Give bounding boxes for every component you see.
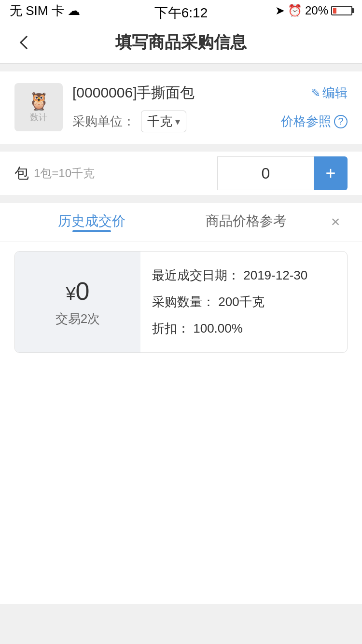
logo-text: 数计: [30, 112, 47, 123]
unit-row: 采购单位： 千克 ▾ 价格参照 ?: [72, 111, 348, 132]
dropdown-arrow-icon: ▾: [175, 116, 180, 127]
product-row: 🦉 数计 [0000006]手撕面包 ✎ 编辑 采购单位： 千克: [14, 83, 348, 132]
location-icon: ➤: [275, 4, 285, 17]
discount-row: 折扣： 100.00%: [152, 319, 335, 338]
trade-count: 交易2次: [56, 310, 100, 327]
product-thumbnail: 🦉 数计: [14, 83, 63, 131]
product-name: [0000006]手撕面包: [72, 83, 195, 103]
price-card-container: ¥0 交易2次 最近成交日期： 2019-12-30 采购数量： 200千克 折…: [0, 241, 362, 363]
page-title: 填写商品采购信息: [115, 31, 247, 54]
product-section: 🦉 数计 [0000006]手撕面包 ✎ 编辑 采购单位： 千克: [0, 71, 362, 144]
unit-select[interactable]: 千克 ▾: [141, 111, 186, 132]
battery-icon: [331, 6, 352, 15]
status-bar: 无 SIM 卡 ☁ 下午6:12 ➤ ⏰ 20%: [0, 0, 362, 21]
price-card: ¥0 交易2次 最近成交日期： 2019-12-30 采购数量： 200千克 折…: [14, 251, 348, 353]
close-icon: ×: [331, 213, 340, 231]
unit-label: 采购单位：: [72, 114, 135, 128]
close-panel-button[interactable]: ×: [323, 210, 348, 234]
alarm-icon: ⏰: [288, 4, 302, 17]
price-card-right: 最近成交日期： 2019-12-30 采购数量： 200千克 折扣： 100.0…: [140, 252, 347, 352]
edit-button[interactable]: ✎ 编辑: [311, 84, 348, 101]
back-arrow-icon: [20, 35, 33, 49]
product-info: [0000006]手撕面包 ✎ 编辑 采购单位： 千克 ▾ 价格参照 ?: [72, 83, 348, 132]
status-bar-time: 下午6:12: [154, 4, 208, 22]
quantity-section: 包 1包=10千克 0 +: [0, 152, 362, 195]
quantity-label-group: 包 1包=10千克: [14, 164, 95, 183]
price-panel: 历史成交价 商品价格参考 × ¥0 交易2次 最近成交日期： 2019-12-3…: [0, 203, 362, 363]
nav-header: 填写商品采购信息: [0, 21, 362, 64]
help-icon: ?: [334, 115, 348, 128]
purchase-qty-row: 采购数量： 200千克: [152, 293, 335, 311]
unit-label-group: 采购单位： 千克 ▾: [72, 111, 186, 132]
recent-date-row: 最近成交日期： 2019-12-30: [152, 266, 335, 285]
price-panel-tabs: 历史成交价 商品价格参考 ×: [0, 203, 362, 241]
plus-icon: +: [325, 163, 335, 183]
battery-percent: 20%: [305, 4, 328, 17]
tab-history-price[interactable]: 历史成交价: [14, 212, 169, 232]
currency-symbol: ¥: [66, 284, 76, 304]
status-bar-carrier: 无 SIM 卡 ☁: [10, 2, 80, 19]
product-thumb-inner: 🦉 数计: [28, 91, 50, 123]
section-divider-2: [0, 195, 362, 203]
owl-logo-icon: 🦉: [28, 91, 50, 112]
section-divider: [0, 144, 362, 152]
quantity-input[interactable]: 0: [217, 156, 314, 190]
quantity-plus-button[interactable]: +: [314, 156, 348, 190]
page-bottom: [0, 363, 362, 604]
price-amount: ¥0: [66, 277, 90, 306]
price-reference-button[interactable]: 价格参照 ?: [281, 113, 348, 130]
tab-active-indicator: [72, 230, 111, 232]
price-card-left: ¥0 交易2次: [15, 252, 140, 352]
quantity-input-group: 0 +: [217, 156, 348, 190]
status-bar-right: ➤ ⏰ 20%: [275, 4, 352, 17]
back-button[interactable]: [14, 30, 39, 55]
quantity-unit-label: 包 1包=10千克: [14, 164, 95, 183]
product-name-row: [0000006]手撕面包 ✎ 编辑: [72, 83, 348, 103]
tab-product-price-ref[interactable]: 商品价格参考: [169, 212, 323, 232]
unit-conversion-note: 1包=10千克: [34, 166, 95, 181]
edit-icon: ✎: [311, 86, 320, 100]
